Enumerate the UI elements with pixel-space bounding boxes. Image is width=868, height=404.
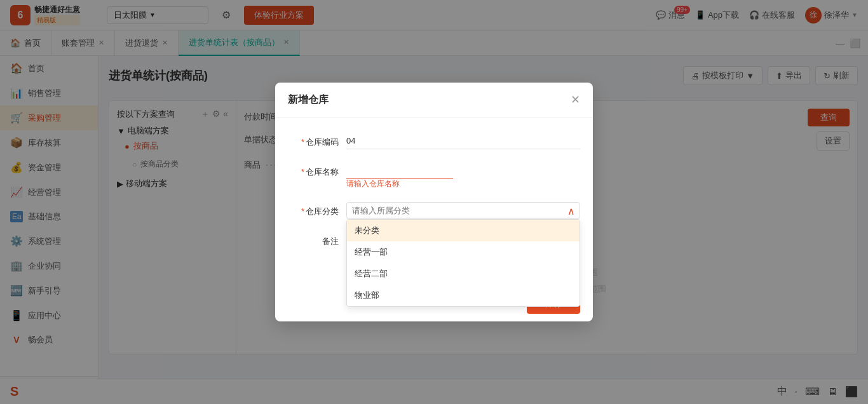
category-dropdown: ∧ 未分类 经营一部 经营二部 物业部 bbox=[346, 202, 580, 219]
modal-header: 新增仓库 ✕ bbox=[275, 83, 593, 118]
category-label: *仓库分类 bbox=[288, 202, 339, 217]
name-error-msg: 请输入仓库名称 bbox=[288, 178, 400, 189]
code-label: *仓库编码 bbox=[288, 133, 339, 148]
form-row-name: *仓库名称 请输入仓库名称 bbox=[288, 162, 580, 189]
modal-title: 新增仓库 bbox=[288, 93, 329, 107]
modal-new-warehouse: 新增仓库 ✕ *仓库编码 *仓库名称 bbox=[275, 83, 593, 321]
note-label: 备注 bbox=[288, 232, 339, 247]
name-input[interactable] bbox=[346, 162, 453, 178]
dropdown-option-dept3[interactable]: 物业部 bbox=[347, 285, 580, 306]
form-row-category: *仓库分类 ∧ 未分类 经营一部 经营二部 物业部 bbox=[288, 202, 580, 219]
modal-close-icon[interactable]: ✕ bbox=[571, 93, 580, 107]
modal-body: *仓库编码 *仓库名称 请输入仓库名称 bbox=[275, 118, 593, 286]
dropdown-option-dept1[interactable]: 经营一部 bbox=[347, 241, 580, 263]
dropdown-option-dept2[interactable]: 经营二部 bbox=[347, 263, 580, 285]
form-row-code: *仓库编码 bbox=[288, 133, 580, 149]
category-dropdown-list: 未分类 经营一部 经营二部 物业部 bbox=[346, 219, 580, 307]
category-input[interactable] bbox=[346, 202, 580, 219]
modal-overlay: 新增仓库 ✕ *仓库编码 *仓库名称 bbox=[0, 0, 868, 404]
name-label: *仓库名称 bbox=[288, 163, 339, 178]
dropdown-arrow-icon[interactable]: ∧ bbox=[567, 205, 575, 217]
code-input[interactable] bbox=[346, 133, 580, 149]
dropdown-option-none[interactable]: 未分类 bbox=[347, 220, 580, 241]
